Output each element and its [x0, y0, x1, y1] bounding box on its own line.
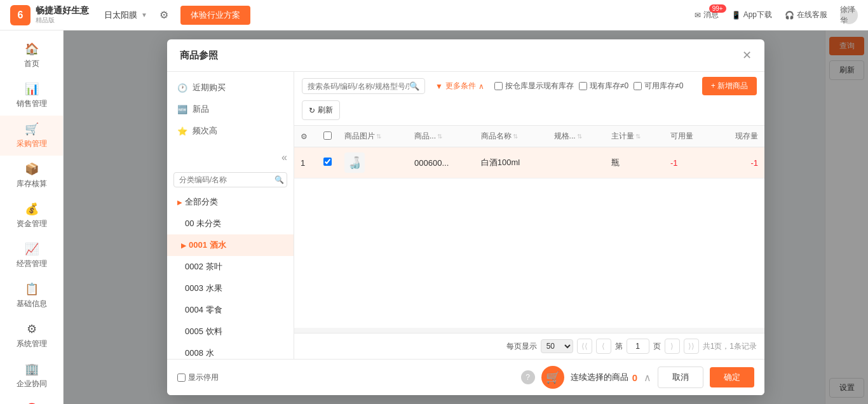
- help-icon[interactable]: ?: [521, 370, 535, 384]
- sidebar: 🏠 首页 📊 销售管理 🛒 采购管理 📦 库存核算 💰 资金管理 📈 经营管理 …: [0, 30, 64, 404]
- mobile-icon: 📱: [731, 11, 741, 20]
- warehouse-checkbox[interactable]: [494, 82, 503, 90]
- sort-unit-icon[interactable]: ⇅: [635, 133, 641, 140]
- category-0002[interactable]: 0002 茶叶: [167, 256, 294, 278]
- logo-area: 6 畅捷通好生意 精品版: [10, 5, 89, 25]
- main-content: 查询 刷新 设置 商品参照 ✕ 🕐 近期购买: [64, 30, 868, 404]
- select-all-checkbox[interactable]: [323, 131, 332, 140]
- store-selector[interactable]: 日太阳膜 ▼: [104, 10, 147, 21]
- new-products-item[interactable]: 🆕 新品: [167, 98, 294, 120]
- sort-code-icon[interactable]: ⇅: [437, 133, 442, 140]
- add-product-btn[interactable]: + 新增商品: [702, 77, 757, 95]
- new-icon: 🆕: [177, 105, 187, 114]
- next-page-btn[interactable]: ⟩: [665, 339, 680, 354]
- sidebar-label-purchase: 采购管理: [17, 138, 47, 149]
- sort-spec-icon[interactable]: ⇅: [577, 133, 582, 140]
- sidebar-item-home[interactable]: 🏠 首页: [0, 36, 63, 76]
- chevron-down-icon: ▼: [141, 11, 147, 18]
- system-icon: ⚙: [27, 322, 37, 336]
- sidebar-item-inventory[interactable]: 📦 库存核算: [0, 156, 63, 196]
- exp-btn[interactable]: 体验行业方案: [180, 6, 250, 25]
- settings-icon[interactable]: ⚙: [155, 6, 173, 24]
- online-service-btn[interactable]: 🎧 在线客服: [785, 10, 827, 20]
- sidebar-item-finance[interactable]: 💰 资金管理: [0, 196, 63, 236]
- total-info: 共1页，1条记录: [703, 341, 757, 352]
- filter-btn[interactable]: ▼ 更多条件 ∧: [430, 78, 489, 94]
- category-0003[interactable]: 0003 水果: [167, 278, 294, 299]
- first-page-btn[interactable]: ⟨⟨: [577, 339, 592, 354]
- sidebar-label-finance: 资金管理: [17, 219, 47, 229]
- stock-ne0-checkbox[interactable]: [579, 82, 587, 90]
- sidebar-label-sales: 销售管理: [17, 98, 47, 109]
- category-0004[interactable]: 0004 零食: [167, 299, 294, 321]
- user-profile-btn[interactable]: 徐泽华: [840, 6, 858, 24]
- cart-icon[interactable]: 🛒: [541, 366, 564, 389]
- sort-image-icon[interactable]: ⇅: [376, 133, 381, 140]
- prev-page-btn[interactable]: ⟨: [596, 339, 611, 354]
- cancel-button[interactable]: 取消: [658, 367, 703, 388]
- star-icon: ⭐: [177, 126, 187, 136]
- show-disabled-checkbox[interactable]: [177, 374, 186, 382]
- sidebar-label-ops: 经营管理: [17, 259, 47, 269]
- sidebar-item-basics[interactable]: 📋 基础信息: [0, 276, 63, 316]
- sidebar-item-enterprise[interactable]: 🏢 企业协同: [0, 356, 63, 396]
- cell-available: -1: [664, 147, 714, 178]
- sidebar-item-guide[interactable]: 🎯 新手引导: [0, 396, 63, 404]
- page-size-select[interactable]: 50 20 100: [541, 339, 573, 353]
- checkbox-stock-ne0[interactable]: 现有库存≠0: [579, 81, 628, 91]
- headset-icon: 🎧: [785, 11, 794, 20]
- all-categories-item[interactable]: ▶ 全部分类: [167, 191, 294, 213]
- confirm-button[interactable]: 确定: [710, 367, 754, 387]
- row-checkbox[interactable]: [323, 158, 332, 166]
- page-number-input[interactable]: [627, 339, 649, 354]
- inventory-icon: 📦: [25, 162, 39, 176]
- expand-icon[interactable]: ∧: [644, 372, 651, 384]
- th-settings[interactable]: ⚙: [294, 126, 317, 147]
- cell-image: 🍶: [338, 147, 408, 178]
- column-settings-icon[interactable]: ⚙: [301, 132, 308, 141]
- recent-purchase-item[interactable]: 🕐 近期购买: [167, 77, 294, 98]
- product-search-input[interactable]: [308, 82, 409, 91]
- recent-purchase-label: 近期购买: [193, 82, 226, 93]
- category-search-input[interactable]: [179, 175, 275, 184]
- sort-name-icon[interactable]: ⇅: [513, 133, 518, 140]
- purchase-icon: 🛒: [25, 122, 39, 136]
- table-row[interactable]: 1 🍶 000600... 白酒100ml: [294, 147, 764, 178]
- nav-right: ✉ 消息 99+ 📱 App下载 🎧 在线客服 徐泽华: [695, 6, 858, 24]
- sidebar-item-sales[interactable]: 📊 销售管理: [0, 76, 63, 116]
- sidebar-item-ops[interactable]: 📈 经营管理: [0, 236, 63, 276]
- available-ne0-checkbox[interactable]: [634, 82, 642, 90]
- last-page-btn[interactable]: ⟩⟩: [684, 339, 699, 354]
- enterprise-icon: 🏢: [25, 362, 39, 376]
- th-image: 商品图片 ⇅: [338, 126, 408, 147]
- th-unit: 主计量 ⇅: [605, 126, 664, 147]
- search-submit-icon[interactable]: 🔍: [409, 81, 419, 91]
- app-download-btn[interactable]: 📱 App下载: [731, 10, 772, 20]
- show-disabled-label[interactable]: 显示停用: [177, 372, 219, 383]
- collapse-btn[interactable]: «: [167, 147, 294, 168]
- category-00[interactable]: 00 未分类: [167, 213, 294, 234]
- cell-name: 白酒100ml: [475, 147, 548, 178]
- checkbox-available-ne0[interactable]: 可用库存≠0: [634, 81, 683, 91]
- refresh-modal-btn[interactable]: ↻ 刷新: [302, 100, 340, 120]
- th-check[interactable]: [317, 126, 338, 147]
- top-nav: 6 畅捷通好生意 精品版 日太阳膜 ▼ ⚙ 体验行业方案 ✉ 消息 99+ 📱 …: [0, 0, 868, 30]
- frequent-item[interactable]: ⭐ 频次高: [167, 120, 294, 142]
- product-image: 🍶: [344, 152, 365, 173]
- category-0005[interactable]: 0005 饮料: [167, 321, 294, 342]
- checkbox-warehouse[interactable]: 按仓库显示现有库存: [494, 81, 574, 91]
- cell-check[interactable]: [317, 147, 338, 178]
- sidebar-label-basics: 基础信息: [17, 299, 47, 309]
- cat00-label: 00 未分类: [185, 218, 221, 229]
- selected-info: 连续选择的商品 0: [571, 372, 637, 383]
- category-0001[interactable]: ▶ 0001 酒水: [167, 234, 294, 256]
- cell-unit: 瓶: [605, 147, 664, 178]
- modal-close-button[interactable]: ✕: [742, 48, 752, 62]
- sidebar-item-system[interactable]: ⚙ 系统管理: [0, 316, 63, 356]
- sidebar-label-home: 首页: [24, 58, 39, 69]
- sidebar-item-purchase[interactable]: 🛒 采购管理: [0, 116, 63, 156]
- pagination: 每页显示 50 20 100 ⟨⟨ ⟨ 第 页 ⟩: [294, 333, 764, 359]
- category-0008[interactable]: 0008 水: [167, 342, 294, 359]
- messages-btn[interactable]: ✉ 消息 99+: [695, 10, 719, 20]
- collapse-icon: «: [281, 152, 287, 163]
